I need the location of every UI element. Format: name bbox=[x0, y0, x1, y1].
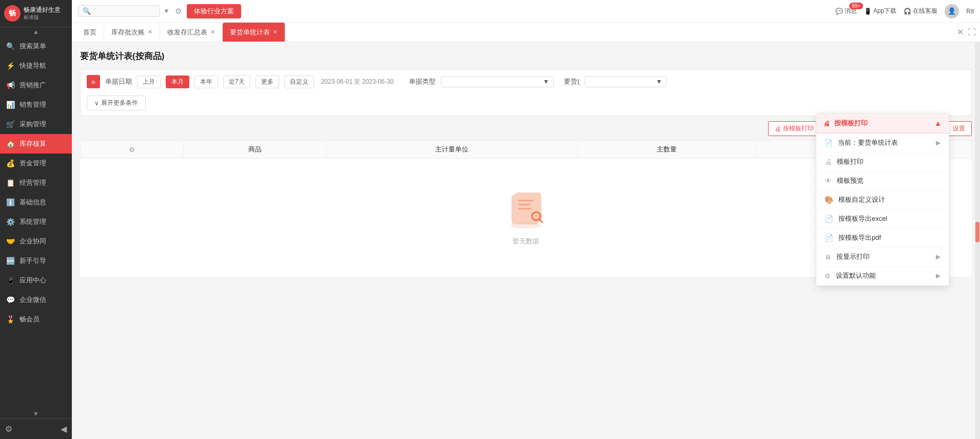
online-service-btn[interactable]: 🎧 在线客服 bbox=[904, 7, 937, 15]
money-icon: 💰 bbox=[5, 159, 15, 167]
message-icon: 💬 bbox=[835, 8, 843, 15]
print-dropdown-default-func[interactable]: ⚙ 设置默认功能 ▶ bbox=[816, 266, 949, 285]
app-download-btn[interactable]: 📱 App下载 bbox=[864, 7, 896, 15]
nav-scroll-down[interactable]: ▼ bbox=[0, 409, 72, 418]
topbar-search-input[interactable] bbox=[93, 8, 154, 15]
filter-expand-arrow[interactable]: » bbox=[87, 75, 100, 88]
tab-home[interactable]: 首页 bbox=[76, 23, 104, 42]
item-label: 模板预览 bbox=[837, 176, 864, 185]
collapse-btn[interactable]: ◀ bbox=[61, 424, 67, 434]
sidebar-item-label: 基础信息 bbox=[19, 198, 46, 207]
print-dropdown-item-export-excel[interactable]: 📄 按模板导出excel bbox=[816, 209, 949, 228]
sidebar-item-quick-nav[interactable]: ⚡ 快捷导航 bbox=[0, 56, 72, 75]
close-window-icon[interactable]: ✕ bbox=[957, 27, 964, 37]
tab-close-icon[interactable]: ✕ bbox=[210, 29, 215, 35]
print-dropdown-item-template-preview[interactable]: 👁 模板预览 bbox=[816, 171, 949, 190]
wechat-icon: 💬 bbox=[5, 296, 15, 304]
print-dropdown-header[interactable]: 🖨 按模板打印 ▲ bbox=[816, 113, 949, 133]
sidebar-item-label: 采购管理 bbox=[19, 120, 46, 129]
sidebar-item-operations[interactable]: 📋 经营管理 bbox=[0, 173, 72, 193]
avatar-icon: 👤 bbox=[948, 7, 956, 15]
date-filter-label: 单据日期 bbox=[105, 77, 132, 86]
sidebar-item-label: 新手引导 bbox=[19, 256, 46, 265]
sidebar-bottom: ⚙ ◀ bbox=[0, 418, 72, 439]
date-range-text: 2023-06-01 至 2023-06-30 bbox=[321, 78, 394, 86]
print-dropdown-item-template-design[interactable]: 🎨 模板自定义设计 bbox=[816, 190, 949, 209]
sidebar-item-label: 搜索菜单 bbox=[19, 42, 46, 51]
tab-close-icon[interactable]: ✕ bbox=[148, 29, 152, 35]
chevron-up-icon: ▲ bbox=[934, 119, 942, 127]
table-settings-icon[interactable]: ⚙ bbox=[129, 146, 135, 154]
sidebar-item-basic[interactable]: ℹ️ 基础信息 bbox=[0, 193, 72, 212]
cart-icon: 🛒 bbox=[5, 120, 15, 128]
sidebar-item-collab[interactable]: 🤝 企业协同 bbox=[0, 232, 72, 251]
settings-btn[interactable]: 设置 bbox=[946, 121, 972, 136]
vertical-scrollbar[interactable] bbox=[975, 42, 980, 439]
message-btn[interactable]: 💬 消息 99+ bbox=[835, 7, 857, 15]
date-btn-more[interactable]: 更多 bbox=[256, 75, 279, 88]
date-btn-custom[interactable]: 自定义 bbox=[284, 75, 314, 88]
sidebar-item-newbie[interactable]: 🆕 新手引导 bbox=[0, 251, 72, 271]
empty-state-text: 暂无数据 bbox=[513, 237, 539, 246]
chart-icon: 📊 bbox=[5, 101, 15, 109]
content-area: 要货单统计表(按商品) » 单据日期 上月 本月 本年 近7天 更多 自定义 2… bbox=[72, 42, 980, 439]
topbar-right: 💬 消息 99+ 📱 App下载 🎧 在线客服 👤 Rit bbox=[835, 4, 974, 18]
sidebar-item-label: 资金管理 bbox=[19, 159, 46, 168]
date-btn-last-month[interactable]: 上月 bbox=[137, 75, 161, 88]
item-label: 按模板导出excel bbox=[838, 214, 887, 223]
print-dropdown-item-export-pdf[interactable]: 📄 按模板导出pdf bbox=[816, 228, 949, 247]
home-icon: 🏠 bbox=[5, 140, 15, 148]
sidebar-item-wechat[interactable]: 💬 企业微信 bbox=[0, 290, 72, 310]
table-col-settings[interactable]: ⚙ bbox=[81, 141, 184, 159]
app-logo-text: 畅康通好生意 标准版 bbox=[24, 6, 61, 21]
sidebar-item-marketing[interactable]: 📢 营销推广 bbox=[0, 75, 72, 95]
order-status-label: 要货( bbox=[564, 77, 579, 86]
item-label: 按模板导出pdf bbox=[838, 233, 881, 242]
expand-window-icon[interactable]: ⛶ bbox=[968, 28, 976, 37]
print-dropdown-item-template-print[interactable]: 🖨 模板打印 bbox=[816, 152, 949, 171]
table-col-product: 商品 bbox=[184, 141, 326, 159]
avatar[interactable]: 👤 bbox=[945, 4, 959, 18]
sidebar-item-purchase[interactable]: 🛒 采购管理 bbox=[0, 114, 72, 134]
sidebar-item-label: 畅会员 bbox=[19, 315, 40, 324]
tab-receipt-summary[interactable]: 收发存汇总表 ✕ bbox=[160, 23, 223, 42]
date-btn-this-month[interactable]: 本月 bbox=[166, 75, 189, 88]
sidebar-item-label: 企业协同 bbox=[19, 237, 46, 246]
sidebar-item-appstore[interactable]: 📱 应用中心 bbox=[0, 271, 72, 290]
tab-close-icon[interactable]: ✕ bbox=[273, 29, 278, 35]
sidebar-item-search[interactable]: 🔍 搜索菜单 bbox=[0, 36, 72, 56]
sidebar-item-system[interactable]: ⚙️ 系统管理 bbox=[0, 212, 72, 232]
topbar-gear-icon[interactable]: ⚙ bbox=[175, 7, 182, 16]
topbar-search-dropdown[interactable]: ▼ bbox=[163, 7, 170, 15]
date-btn-7days[interactable]: 近7天 bbox=[223, 75, 250, 88]
sidebar-item-label: 库存核算 bbox=[19, 139, 46, 148]
sidebar-item-inventory[interactable]: 🏠 库存核算 bbox=[0, 134, 72, 154]
print-dropdown-display-print[interactable]: 🖥 按显示打印 ▶ bbox=[816, 247, 949, 266]
design-icon: 🎨 bbox=[825, 196, 833, 204]
excel-icon: 📄 bbox=[825, 215, 833, 223]
sidebar-item-finance[interactable]: 💰 资金管理 bbox=[0, 154, 72, 173]
settings-bottom-btn[interactable]: ⚙ bbox=[5, 424, 12, 434]
print-dropdown-current[interactable]: 📄 当前：要货单统计表 ▶ bbox=[816, 133, 949, 152]
doc-type-select[interactable]: ▼ bbox=[441, 76, 554, 87]
topbar-search-box[interactable]: 🔍 bbox=[78, 5, 160, 17]
tab-inventory-batch[interactable]: 库存批次账 ✕ bbox=[104, 23, 160, 42]
tab-order-stats[interactable]: 要货单统计表 ✕ bbox=[223, 23, 285, 42]
sidebar-item-label: 经营管理 bbox=[19, 178, 46, 187]
handshake-icon: 🤝 bbox=[5, 237, 15, 245]
expand-more-btn[interactable]: ∨ 展开更多条件 bbox=[87, 96, 146, 110]
tabbar: 首页 库存批次账 ✕ 收发存汇总表 ✕ 要货单统计表 ✕ ✕ ⛶ bbox=[72, 23, 980, 42]
svg-rect-3 bbox=[518, 200, 534, 201]
sidebar-item-member[interactable]: 🎖️ 畅会员 bbox=[0, 310, 72, 329]
search-icon: 🔍 bbox=[83, 7, 91, 15]
sidebar-item-sales[interactable]: 📊 销售管理 bbox=[0, 95, 72, 114]
nav-scroll-up[interactable]: ▲ bbox=[0, 27, 72, 36]
order-status-select[interactable]: ▼ bbox=[584, 76, 667, 87]
item-label: 模板打印 bbox=[837, 157, 864, 166]
sub-item-label: 按显示打印 bbox=[836, 252, 870, 261]
date-btn-this-year[interactable]: 本年 bbox=[194, 75, 218, 88]
trial-btn[interactable]: 体验行业方案 bbox=[187, 4, 241, 18]
search-icon: 🔍 bbox=[5, 42, 15, 50]
info-icon: ℹ️ bbox=[5, 198, 15, 206]
scrollbar-thumb bbox=[975, 222, 979, 242]
